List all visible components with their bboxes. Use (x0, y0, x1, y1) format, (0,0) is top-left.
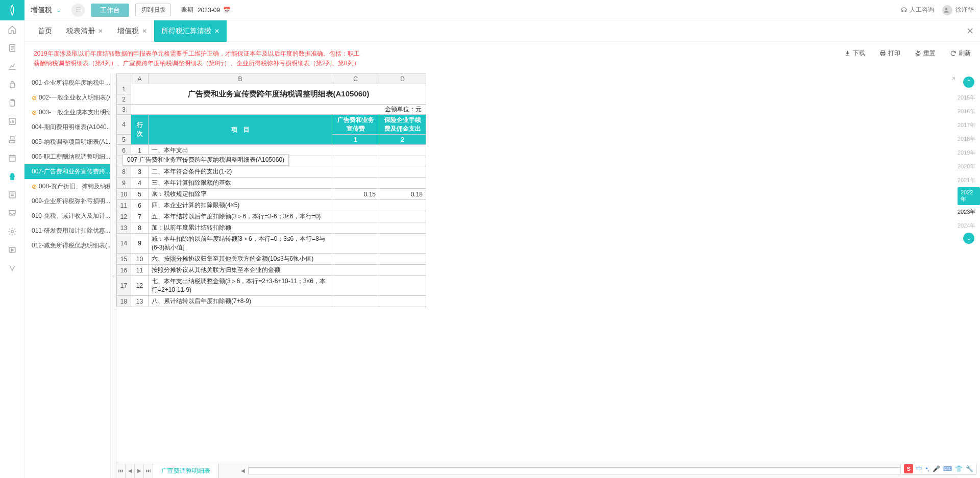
value-cell-c[interactable] (332, 234, 379, 254)
print-button[interactable]: 打印 (879, 49, 900, 58)
year-item[interactable]: 2021年 (958, 173, 980, 187)
tax-icon[interactable] (0, 167, 24, 186)
form-list-item[interactable]: 009-企业所得税弥补亏损明... (24, 194, 110, 209)
row-header[interactable]: 10 (117, 189, 131, 200)
row-header[interactable]: 1 (117, 84, 131, 94)
form-list-item[interactable]: 006-职工薪酬纳税调整明细... (24, 149, 110, 164)
tab-首页[interactable]: 首页 (31, 20, 59, 42)
tab-增值税[interactable]: 增值税✕ (110, 20, 154, 42)
seq-cell[interactable]: 9 (131, 234, 149, 254)
settings-icon[interactable] (0, 222, 24, 241)
value-cell-c[interactable] (332, 200, 379, 211)
item-cell[interactable]: 三、本年计算扣除限额的基数 (149, 178, 332, 189)
row-header[interactable]: 2 (117, 94, 131, 105)
chevron-down-icon[interactable]: ⌄ (56, 7, 61, 14)
old-version-button[interactable]: 切到旧版 (135, 4, 171, 16)
seq-cell[interactable]: 10 (131, 254, 149, 265)
sheet-corner[interactable] (117, 74, 131, 84)
ime-bar[interactable]: S 中 •, 🎤 ⌨ 👕 🔧 (900, 463, 977, 475)
sheet-nav-last-icon[interactable]: ⏭ (144, 464, 153, 478)
value-cell-d[interactable] (379, 200, 426, 211)
video-icon[interactable] (0, 241, 24, 259)
row-header[interactable]: 12 (117, 211, 131, 222)
sheet-nav-next-icon[interactable]: ▶ (135, 464, 144, 478)
form-list-item[interactable]: ⊘008-资产折旧、摊销及纳税... (24, 179, 110, 194)
form-list-item[interactable]: 012-减免所得税优惠明细表(... (24, 238, 110, 253)
clipboard-icon[interactable] (0, 94, 24, 112)
close-tab-icon[interactable]: ✕ (98, 28, 103, 35)
row-header[interactable]: 4 (117, 115, 131, 135)
row-header[interactable]: 5 (117, 135, 131, 145)
value-cell-d[interactable] (379, 166, 426, 178)
item-cell[interactable]: 二、本年符合条件的支出(1-2) (149, 166, 332, 178)
unit-label[interactable]: 金额单位：元 (131, 105, 426, 115)
row-header[interactable]: 18 (117, 296, 131, 307)
ime-toolbox-icon[interactable]: 🔧 (966, 465, 973, 472)
item-cell[interactable]: 八、累计结转以后年度扣除额(7+8-9) (149, 296, 332, 307)
seq-cell[interactable]: 12 (131, 276, 149, 296)
scroll-up-years-icon[interactable]: ⌃ (963, 77, 974, 88)
ime-logo-icon[interactable]: S (904, 464, 913, 473)
seq-cell[interactable]: 5 (131, 189, 149, 200)
value-cell-d[interactable] (379, 254, 426, 265)
value-cell-c[interactable] (332, 166, 379, 178)
item-cell[interactable]: 六、按照分摊协议归集至其他关联方的金额(10≤3与6孰小值) (149, 254, 332, 265)
item-cell[interactable]: 加：以前年度累计结转扣除额 (149, 222, 332, 234)
seq-cell[interactable]: 6 (131, 200, 149, 211)
value-cell-d[interactable] (379, 276, 426, 296)
header-col-c2[interactable]: 1 (332, 135, 379, 145)
doc-icon[interactable] (0, 39, 24, 57)
year-item[interactable]: 2017年 (958, 118, 980, 132)
tab-税表清册[interactable]: 税表清册✕ (59, 20, 110, 42)
item-cell[interactable]: 四、本企业计算的扣除限额(4×5) (149, 200, 332, 211)
header-col-d2[interactable]: 2 (379, 135, 426, 145)
chart-icon[interactable] (0, 57, 24, 76)
calendar-picker-icon[interactable]: 📅 (223, 7, 231, 14)
tax-type-dropdown[interactable]: 增值税 (31, 6, 52, 15)
year-item[interactable]: 2015年 (958, 91, 980, 105)
header-seq[interactable]: 行次 (131, 115, 149, 145)
item-cell[interactable]: 乘：税收规定扣除率 (149, 189, 332, 200)
collapse-handle-icon[interactable]: ‹ (110, 73, 116, 478)
value-cell-d[interactable] (379, 145, 426, 156)
row-header[interactable]: 16 (117, 265, 131, 276)
value-cell-c[interactable] (332, 178, 379, 189)
row-header[interactable]: 17 (117, 276, 131, 296)
value-cell-c[interactable] (332, 156, 379, 166)
workbench-button[interactable]: 工作台 (91, 4, 129, 17)
sheet-title[interactable]: 广告费和业务宣传费跨年度纳税调整明细表(A105060) (131, 84, 426, 105)
row-header[interactable]: 3 (117, 105, 131, 115)
year-item[interactable]: 2023年 (958, 205, 980, 219)
ime-skin-icon[interactable]: 👕 (955, 465, 963, 472)
header-col-d[interactable]: 保险企业手续费及佣金支出 (379, 115, 426, 135)
inbox-icon[interactable] (0, 204, 24, 222)
value-cell-d[interactable] (379, 265, 426, 276)
row-header[interactable]: 14 (117, 234, 131, 254)
row-header[interactable]: 13 (117, 222, 131, 234)
tab-所得税汇算清缴[interactable]: 所得税汇算清缴✕ (154, 20, 227, 42)
value-cell-d[interactable] (379, 222, 426, 234)
ime-punct-icon[interactable]: •, (925, 465, 929, 472)
col-header[interactable]: C (332, 74, 379, 84)
form-list-item[interactable]: 010-免税、减计收入及加计... (24, 209, 110, 223)
seq-cell[interactable]: 7 (131, 211, 149, 222)
stamp-icon[interactable] (0, 131, 24, 149)
form-list-item[interactable]: 004-期间费用明细表(A1040... (24, 120, 110, 135)
item-cell[interactable]: 五、本年结转以后年度扣除额(3＞6，本行=3-6；3≤6，本行=0) (149, 211, 332, 222)
item-cell[interactable]: 七、本年支出纳税调整金额(3＞6，本行=2+3-6+10-11；3≤6，本行=2… (149, 276, 332, 296)
row-header[interactable]: 15 (117, 254, 131, 265)
value-cell-c[interactable] (332, 254, 379, 265)
transfer-icon[interactable] (0, 186, 24, 204)
horizontal-scrollbar[interactable]: ◀ ▶ (239, 467, 958, 474)
calendar-icon[interactable] (0, 149, 24, 167)
col-header[interactable]: A (131, 74, 149, 84)
col-header[interactable]: B (149, 74, 332, 84)
form-list-item[interactable]: 011-研发费用加计扣除优惠... (24, 223, 110, 238)
ime-lang[interactable]: 中 (916, 465, 922, 473)
form-list-item[interactable]: ⊘002-一般企业收入明细表(A... (24, 90, 110, 105)
close-tab-icon[interactable]: ✕ (214, 28, 219, 35)
home-icon[interactable] (0, 20, 24, 39)
row-header[interactable]: 9 (117, 178, 131, 189)
header-item[interactable]: 项 目 (149, 115, 332, 145)
value-cell-d[interactable] (379, 178, 426, 189)
